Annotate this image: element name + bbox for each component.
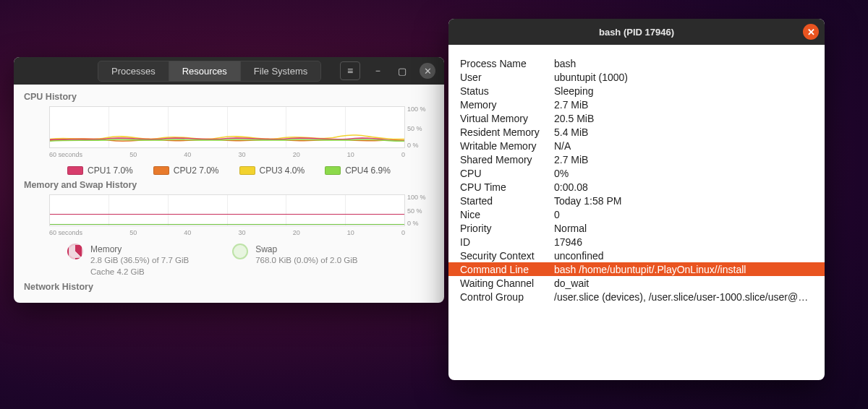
xlabel: 10 (347, 151, 354, 158)
property-key: Control Group (460, 291, 554, 303)
property-value: unconfined (554, 250, 813, 262)
property-row[interactable]: Nice0 (448, 207, 825, 221)
property-row[interactable]: Shared Memory2.7 MiB (448, 152, 825, 166)
legend-label: CPU4 6.9% (345, 165, 391, 176)
hamburger-menu-button[interactable]: ≡ (340, 61, 360, 80)
property-row[interactable]: Virtual Memory20.5 MiB (448, 111, 825, 125)
property-value: Today 1:58 PM (554, 195, 813, 207)
property-row[interactable]: Resident Memory5.4 MiB (448, 125, 825, 139)
property-value: 2.7 MiB (554, 99, 813, 111)
close-icon: ✕ (424, 66, 432, 77)
property-key: Security Context (460, 250, 554, 262)
property-value: bash /home/ubuntupit/.PlayOnLinux//insta… (554, 264, 813, 275)
system-monitor-window: Processes Resources File Systems ≡ － ▢ ✕… (14, 57, 444, 303)
property-row[interactable]: Process Namebash (448, 56, 825, 70)
property-key: User (460, 72, 554, 83)
memory-title: Memory (90, 244, 189, 255)
xlabel: 0 (401, 151, 405, 158)
ylabel-100: 100 % (407, 194, 426, 201)
maximize-icon: ▢ (398, 66, 407, 77)
xlabel: 0 (401, 229, 405, 236)
legend-cpu4[interactable]: CPU4 6.9% (325, 165, 391, 176)
swap-value: 768.0 KiB (0.0%) of 2.0 GiB (255, 255, 357, 267)
property-row[interactable]: Command Linebash /home/ubuntupit/.PlayOn… (448, 262, 825, 276)
minimize-icon: － (373, 64, 383, 77)
property-row[interactable]: Writable MemoryN/A (448, 139, 825, 152)
tab-processes[interactable]: Processes (98, 61, 169, 81)
resources-body: CPU History 100 % 50 % 0 % 60 seconds 50… (14, 85, 444, 303)
close-button[interactable]: ✕ (420, 63, 435, 79)
detail-body: Process NamebashUserubuntupit (1000)Stat… (448, 45, 825, 380)
property-row[interactable]: Security Contextunconfined (448, 249, 825, 262)
property-key: Status (460, 85, 554, 97)
property-row[interactable]: StartedToday 1:58 PM (448, 194, 825, 207)
property-key: ID (460, 236, 554, 248)
maximize-button[interactable]: ▢ (395, 64, 409, 78)
tab-resources[interactable]: Resources (169, 61, 241, 81)
hamburger-icon: ≡ (347, 65, 353, 77)
mem-xlabels: 60 seconds 50 40 30 20 10 0 (49, 229, 405, 236)
memory-usage[interactable]: Memory 2.8 GiB (36.5%) of 7.7 GiB Cache … (67, 244, 189, 277)
xlabel: 30 (239, 151, 246, 158)
swap-usage[interactable]: Swap 768.0 KiB (0.0%) of 2.0 GiB (232, 244, 357, 277)
property-row[interactable]: CPU Time0:00.08 (448, 180, 825, 194)
xlabel: 40 (184, 151, 191, 158)
xlabel: 60 seconds (49, 229, 82, 236)
property-row[interactable]: Control Group/user.slice (devices), /use… (448, 290, 825, 303)
property-row[interactable]: Userubuntupit (1000) (448, 70, 825, 84)
property-value: Normal (554, 223, 813, 234)
xlabel: 40 (184, 229, 191, 236)
property-key: Process Name (460, 58, 554, 69)
legend-label: CPU3 4.0% (260, 165, 305, 176)
memory-text: Memory 2.8 GiB (36.5%) of 7.7 GiB Cache … (90, 244, 189, 277)
property-key: CPU Time (460, 181, 554, 193)
pie-memory-icon (67, 244, 83, 259)
property-value: 20.5 MiB (554, 113, 813, 124)
titlebar-controls: ≡ － ▢ ✕ (340, 61, 440, 80)
network-history-title: Network History (24, 282, 434, 292)
property-row[interactable]: CPU0% (448, 166, 825, 180)
ylabel-100: 100 % (407, 106, 426, 113)
property-row[interactable]: PriorityNormal (448, 221, 825, 235)
property-value: 17946 (554, 236, 813, 248)
xlabel: 20 (293, 229, 300, 236)
cpu-ylabels: 100 % 50 % 0 % (407, 107, 432, 147)
property-key: Nice (460, 209, 554, 220)
property-value: 2.7 MiB (554, 154, 813, 165)
legend-cpu1[interactable]: CPU1 7.0% (67, 165, 133, 176)
property-value: /user.slice (devices), /user.slice/user-… (554, 291, 813, 303)
property-key: Priority (460, 223, 554, 234)
property-value: 0:00.08 (554, 181, 813, 193)
xlabel: 60 seconds (49, 151, 82, 158)
legend-cpu2[interactable]: CPU2 7.0% (153, 165, 219, 176)
swatch-icon (325, 166, 341, 175)
property-value: ubuntupit (1000) (554, 72, 813, 83)
property-row[interactable]: Waiting Channeldo_wait (448, 276, 825, 290)
close-button[interactable]: ✕ (803, 24, 819, 40)
xlabel: 30 (239, 229, 246, 236)
minimize-button[interactable]: － (370, 64, 385, 78)
tab-filesystems[interactable]: File Systems (241, 61, 320, 81)
property-key: Writable Memory (460, 140, 554, 152)
property-row[interactable]: Memory2.7 MiB (448, 98, 825, 111)
property-value: bash (554, 58, 813, 69)
xlabel: 10 (347, 229, 354, 236)
ylabel-0: 0 % (407, 220, 419, 227)
detail-title-text: bash (PID 17946) (599, 27, 674, 38)
property-key: Memory (460, 99, 554, 111)
property-row[interactable]: ID17946 (448, 235, 825, 249)
property-key: Waiting Channel (460, 277, 554, 289)
property-value: N/A (554, 140, 813, 152)
legend-cpu3[interactable]: CPU3 4.0% (239, 165, 305, 176)
legend-label: CPU1 7.0% (88, 165, 133, 176)
property-key: Resident Memory (460, 126, 554, 138)
property-key: CPU (460, 168, 554, 179)
cpu-lines-svg (50, 107, 404, 147)
legend-label: CPU2 7.0% (174, 165, 219, 176)
property-row[interactable]: StatusSleeping (448, 84, 825, 98)
mem-history-title: Memory and Swap History (24, 180, 434, 190)
xlabel: 50 (129, 229, 137, 236)
property-key: Shared Memory (460, 154, 554, 165)
property-value: 5.4 MiB (554, 126, 813, 138)
swatch-icon (239, 166, 255, 175)
